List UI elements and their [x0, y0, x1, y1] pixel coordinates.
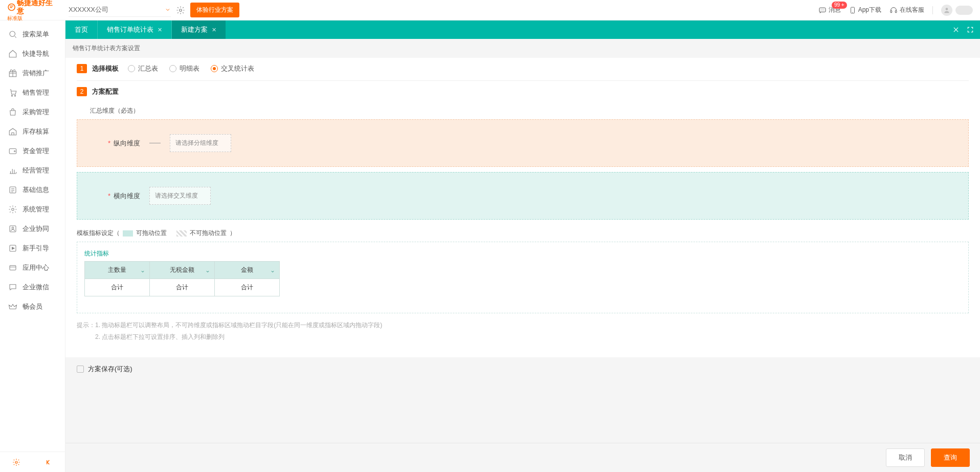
main: 首页 销售订单统计表✕ 新建方案✕ 销售订单统计表方案设置 1 选择模板 汇总表…: [65, 20, 980, 472]
warehouse-icon: [8, 127, 17, 136]
list-icon: [8, 185, 17, 195]
tabs: 首页 销售订单统计表✕ 新建方案✕: [65, 20, 980, 39]
hint-2: 2. 点击标题栏下拉可设置排序、插入列和删除列: [95, 333, 225, 340]
user-menu[interactable]: [941, 5, 973, 16]
sidebar-item-label: 企业协同: [23, 224, 49, 233]
step-1-badge: 1: [77, 64, 87, 73]
radio-crosstab[interactable]: 交叉统计表: [211, 64, 254, 73]
radio-detail[interactable]: 明细表: [169, 64, 199, 73]
metrics-title: 统计指标: [84, 249, 961, 258]
radio-summary[interactable]: 汇总表: [128, 64, 158, 73]
sidebar-item-wechat[interactable]: 企业微信: [0, 277, 65, 297]
apps-icon: [8, 263, 17, 272]
topbar: 畅捷通好生意 标准版 XXXXXX公司 体验行业方案 消息 99 + App下载: [0, 0, 980, 20]
close-all-tabs-icon[interactable]: [952, 26, 960, 33]
required-dimension-label: 汇总维度（必选）: [90, 106, 969, 115]
legend-suffix: ）: [230, 229, 236, 238]
tab-label: 首页: [75, 25, 88, 34]
horizontal-dimension-input[interactable]: 请选择交叉维度: [149, 187, 211, 205]
support-link[interactable]: 在线客服: [889, 6, 924, 14]
brand-name: 畅捷通好生意: [17, 0, 58, 15]
query-button[interactable]: 查询: [931, 448, 970, 467]
support-label: 在线客服: [900, 6, 924, 14]
brand-icon: [7, 3, 16, 12]
metric-total-cell: 合计: [215, 278, 279, 296]
vertical-dimension-box: *纵向维度 请选择分组维度: [77, 119, 969, 167]
horizontal-dimension-box: *横向维度 请选择交叉维度: [77, 172, 969, 220]
messages-badge: 99 +: [832, 2, 847, 9]
metrics-table: 主数量⌄ 无税金额⌄ 金额⌄ 合计 合计 合计: [84, 261, 280, 296]
fullscreen-icon[interactable]: [967, 26, 974, 33]
sidebar-item-collab[interactable]: 企业协同: [0, 219, 65, 239]
sidebar-item-label: 搜索菜单: [23, 30, 49, 39]
sidebar-item-operation[interactable]: 经营管理: [0, 161, 65, 180]
svg-point-16: [14, 151, 15, 152]
app-download-link[interactable]: App下载: [849, 6, 881, 14]
sidebar-item-basedata[interactable]: 基础信息: [0, 180, 65, 200]
sidebar-item-guide[interactable]: 新手引导: [0, 239, 65, 258]
industry-plan-button[interactable]: 体验行业方案: [190, 3, 239, 17]
cancel-button[interactable]: 取消: [886, 448, 925, 467]
chevron-down-icon[interactable]: ⌄: [205, 267, 210, 274]
play-icon: [8, 244, 17, 253]
legend-prefix: 模板指标设定（: [77, 229, 120, 238]
legend-drag: 可拖动位置: [136, 229, 167, 238]
legend: 模板指标设定（ 可拖动位置 不可拖动位置 ）: [77, 229, 969, 238]
metrics-area: 统计指标 主数量⌄ 无税金额⌄ 金额⌄ 合计 合计 合计: [77, 242, 969, 313]
chevron-down-icon[interactable]: ⌄: [140, 267, 145, 274]
sidebar-item-quicknav[interactable]: 快捷导航: [0, 44, 65, 63]
radio-label: 交叉统计表: [221, 64, 254, 73]
sidebar-item-marketing[interactable]: 营销推广: [0, 63, 65, 83]
metric-header-amount[interactable]: 金额⌄: [215, 262, 279, 278]
tab-sales-report[interactable]: 销售订单统计表✕: [98, 20, 172, 39]
avatar-icon: [941, 5, 952, 16]
svg-point-5: [823, 9, 824, 10]
sidebar-item-purchase[interactable]: 采购管理: [0, 102, 65, 122]
save-plan-checkbox[interactable]: [77, 366, 84, 373]
metric-header-qty[interactable]: 主数量⌄: [85, 262, 150, 278]
sidebar-item-label: 基础信息: [23, 185, 49, 195]
sidebar-item-label: 资金管理: [23, 146, 49, 156]
tab-new-plan[interactable]: 新建方案✕: [172, 20, 226, 39]
chart-icon: [8, 166, 17, 175]
company-selector[interactable]: XXXXXX公司: [69, 4, 171, 17]
settings-icon[interactable]: [176, 6, 185, 15]
save-plan-row: 方案保存(可选): [65, 357, 980, 381]
separator: [932, 6, 933, 14]
sidebar-collapse-button[interactable]: [33, 452, 65, 472]
close-icon[interactable]: ✕: [212, 27, 216, 33]
chat-icon: [8, 283, 17, 292]
sidebar-item-finance[interactable]: 资金管理: [0, 141, 65, 161]
save-plan-label: 方案保存(可选): [88, 364, 132, 374]
vertical-dimension-input[interactable]: 请选择分组维度: [170, 134, 231, 152]
user-name-placeholder: [955, 6, 973, 15]
chevron-down-icon[interactable]: ⌄: [270, 267, 275, 274]
close-icon[interactable]: ✕: [158, 27, 162, 33]
sidebar-item-system[interactable]: 系统管理: [0, 200, 65, 219]
top-right: 消息 99 + App下载 在线客服: [818, 5, 973, 16]
team-icon: [8, 224, 17, 233]
sidebar-item-inventory[interactable]: 库存核算: [0, 122, 65, 141]
svg-point-1: [180, 9, 182, 11]
metric-header-notax[interactable]: 无税金额⌄: [150, 262, 215, 278]
vertical-dimension-label: *纵向维度: [108, 139, 140, 148]
header-text: 金额: [241, 266, 253, 274]
sidebar-item-label: 营销推广: [23, 69, 49, 78]
brand-edition: 标准版: [7, 15, 23, 21]
crown-icon: [8, 302, 17, 311]
sidebar-item-apps[interactable]: 应用中心: [0, 258, 65, 277]
svg-point-23: [15, 461, 17, 463]
sidebar-item-label: 库存核算: [23, 127, 49, 136]
tab-label: 销售订单统计表: [107, 25, 153, 34]
sidebar-settings-button[interactable]: [0, 452, 33, 472]
sidebar-item-sales[interactable]: 销售管理: [0, 83, 65, 102]
sidebar-item-label: 企业微信: [23, 283, 49, 292]
messages-link[interactable]: 消息 99 +: [818, 6, 841, 14]
sidebar-item-search[interactable]: 搜索菜单: [0, 25, 65, 44]
tab-home[interactable]: 首页: [65, 20, 98, 39]
sidebar-item-member[interactable]: 畅会员: [0, 297, 65, 316]
footer: 取消 查询: [65, 443, 980, 472]
sidebar-item-label: 系统管理: [23, 205, 49, 214]
dim-label-text: 横向维度: [114, 191, 140, 201]
placeholder-text: 请选择交叉维度: [155, 192, 198, 199]
